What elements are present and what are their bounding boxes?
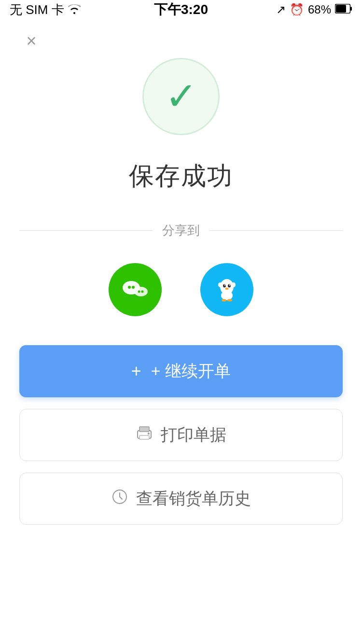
- no-sim-text: 无 SIM 卡: [10, 1, 64, 18]
- status-time: 下午3:20: [154, 0, 208, 19]
- svg-rect-2: [336, 5, 346, 13]
- svg-point-15: [225, 288, 229, 290]
- svg-point-18: [222, 299, 226, 302]
- svg-point-5: [128, 286, 131, 289]
- wechat-share-button[interactable]: [109, 263, 162, 316]
- history-button[interactable]: 查看销货单历史: [19, 473, 343, 525]
- svg-point-8: [141, 291, 144, 293]
- print-label: 打印单据: [161, 424, 226, 446]
- success-circle: ✓: [142, 58, 220, 135]
- print-icon: [136, 425, 153, 445]
- share-label: 分享到: [153, 222, 209, 239]
- svg-point-10: [221, 291, 233, 300]
- status-bar: 无 SIM 卡 下午3:20 ↗ ⏰ 68%: [0, 0, 362, 19]
- share-section: 分享到: [0, 222, 362, 316]
- history-label: 查看销货单历史: [136, 488, 251, 510]
- share-icons: [109, 263, 253, 316]
- share-divider: 分享到: [0, 222, 362, 239]
- svg-rect-22: [139, 435, 149, 439]
- svg-point-17: [232, 282, 236, 287]
- svg-point-4: [134, 287, 148, 296]
- svg-point-16: [218, 282, 222, 287]
- continue-label: + 继续开单: [151, 360, 231, 382]
- qq-share-button[interactable]: [200, 263, 253, 316]
- buttons-section: + + 继续开单 打印单据 查看销货单历: [0, 345, 362, 525]
- continue-icon: +: [131, 361, 141, 381]
- svg-point-11: [223, 284, 226, 288]
- svg-point-6: [132, 286, 135, 289]
- svg-rect-1: [350, 7, 352, 11]
- battery-icon: [335, 3, 352, 16]
- svg-point-13: [224, 284, 225, 285]
- print-button[interactable]: 打印单据: [19, 409, 343, 461]
- location-icon: ↗: [276, 3, 286, 16]
- wifi-icon: [68, 2, 81, 17]
- svg-rect-21: [139, 427, 149, 432]
- divider-line-left: [19, 230, 153, 231]
- close-button[interactable]: ×: [19, 29, 43, 53]
- main-content: ✓ 保存成功 分享到: [0, 19, 362, 525]
- close-icon: ×: [26, 32, 36, 50]
- success-title: 保存成功: [129, 159, 233, 193]
- svg-point-23: [148, 433, 150, 434]
- svg-point-12: [228, 284, 231, 288]
- history-icon: [111, 488, 128, 509]
- checkmark-icon: ✓: [165, 77, 197, 116]
- svg-point-14: [229, 284, 230, 285]
- status-right: ↗ ⏰ 68%: [276, 3, 352, 16]
- continue-button[interactable]: + + 继续开单: [19, 345, 343, 397]
- svg-point-7: [138, 291, 140, 293]
- status-left: 无 SIM 卡: [10, 1, 81, 18]
- battery-text: 68%: [308, 3, 331, 16]
- svg-point-19: [227, 299, 232, 302]
- alarm-icon: ⏰: [290, 3, 304, 16]
- divider-line-right: [209, 230, 343, 231]
